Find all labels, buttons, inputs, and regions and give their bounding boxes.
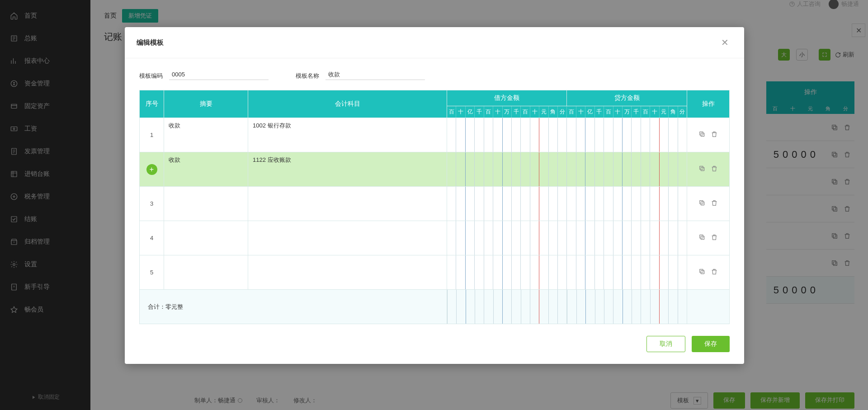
account-cell[interactable]: 1002 银行存款 bbox=[248, 118, 447, 152]
table-row[interactable]: 1收款1002 银行存款 bbox=[140, 118, 730, 152]
amount-digit-cell[interactable] bbox=[623, 221, 632, 255]
amount-digit-cell[interactable] bbox=[613, 118, 622, 152]
amount-digit-cell[interactable] bbox=[493, 221, 502, 255]
amount-digit-cell[interactable] bbox=[678, 152, 687, 187]
amount-digit-cell[interactable] bbox=[558, 187, 567, 221]
amount-digit-cell[interactable] bbox=[511, 118, 520, 152]
delete-icon[interactable] bbox=[711, 165, 718, 173]
amount-digit-cell[interactable] bbox=[613, 152, 622, 187]
amount-digit-cell[interactable] bbox=[669, 152, 678, 187]
amount-digit-cell[interactable] bbox=[447, 255, 456, 290]
amount-digit-cell[interactable] bbox=[650, 255, 659, 290]
amount-digit-cell[interactable] bbox=[530, 118, 539, 152]
amount-digit-cell[interactable] bbox=[465, 118, 474, 152]
amount-digit-cell[interactable] bbox=[669, 255, 678, 290]
amount-digit-cell[interactable] bbox=[465, 187, 474, 221]
amount-digit-cell[interactable] bbox=[521, 152, 530, 187]
amount-digit-cell[interactable] bbox=[650, 187, 659, 221]
amount-digit-cell[interactable] bbox=[558, 255, 567, 290]
account-cell[interactable]: 1122 应收账款 bbox=[248, 152, 447, 187]
amount-digit-cell[interactable] bbox=[669, 187, 678, 221]
summary-cell[interactable] bbox=[164, 187, 248, 221]
amount-digit-cell[interactable] bbox=[475, 152, 484, 187]
account-cell[interactable] bbox=[248, 255, 447, 290]
amount-digit-cell[interactable] bbox=[475, 118, 484, 152]
amount-digit-cell[interactable] bbox=[632, 152, 641, 187]
amount-digit-cell[interactable] bbox=[548, 255, 557, 290]
amount-digit-cell[interactable] bbox=[567, 118, 576, 152]
amount-digit-cell[interactable] bbox=[641, 221, 650, 255]
amount-digit-cell[interactable] bbox=[558, 118, 567, 152]
summary-cell[interactable]: 收款 bbox=[164, 152, 248, 187]
amount-digit-cell[interactable] bbox=[678, 221, 687, 255]
amount-digit-cell[interactable] bbox=[456, 152, 465, 187]
amount-digit-cell[interactable] bbox=[465, 221, 474, 255]
amount-digit-cell[interactable] bbox=[576, 152, 585, 187]
amount-digit-cell[interactable] bbox=[493, 187, 502, 221]
amount-digit-cell[interactable] bbox=[465, 152, 474, 187]
amount-digit-cell[interactable] bbox=[484, 187, 493, 221]
amount-digit-cell[interactable] bbox=[594, 118, 604, 152]
amount-digit-cell[interactable] bbox=[632, 255, 641, 290]
table-row[interactable]: 3 bbox=[140, 187, 730, 221]
add-row-button[interactable]: + bbox=[146, 164, 157, 175]
amount-digit-cell[interactable] bbox=[585, 187, 594, 221]
amount-digit-cell[interactable] bbox=[678, 187, 687, 221]
amount-digit-cell[interactable] bbox=[475, 255, 484, 290]
amount-digit-cell[interactable] bbox=[678, 255, 687, 290]
amount-digit-cell[interactable] bbox=[585, 152, 594, 187]
amount-digit-cell[interactable] bbox=[511, 255, 520, 290]
amount-digit-cell[interactable] bbox=[502, 221, 511, 255]
amount-digit-cell[interactable] bbox=[521, 118, 530, 152]
amount-digit-cell[interactable] bbox=[521, 187, 530, 221]
amount-digit-cell[interactable] bbox=[484, 118, 493, 152]
amount-digit-cell[interactable] bbox=[659, 152, 668, 187]
amount-digit-cell[interactable] bbox=[511, 221, 520, 255]
amount-digit-cell[interactable] bbox=[659, 187, 668, 221]
amount-digit-cell[interactable] bbox=[585, 118, 594, 152]
amount-digit-cell[interactable] bbox=[659, 221, 668, 255]
summary-cell[interactable] bbox=[164, 255, 248, 290]
amount-digit-cell[interactable] bbox=[530, 152, 539, 187]
amount-digit-cell[interactable] bbox=[502, 255, 511, 290]
account-cell[interactable] bbox=[248, 221, 447, 255]
amount-digit-cell[interactable] bbox=[659, 255, 668, 290]
amount-digit-cell[interactable] bbox=[604, 221, 613, 255]
amount-digit-cell[interactable] bbox=[484, 152, 493, 187]
amount-digit-cell[interactable] bbox=[641, 255, 650, 290]
amount-digit-cell[interactable] bbox=[669, 221, 678, 255]
amount-digit-cell[interactable] bbox=[669, 118, 678, 152]
template-name-input[interactable] bbox=[326, 69, 425, 80]
summary-cell[interactable]: 收款 bbox=[164, 118, 248, 152]
amount-digit-cell[interactable] bbox=[613, 221, 622, 255]
copy-icon[interactable] bbox=[698, 165, 706, 173]
account-cell[interactable] bbox=[248, 187, 447, 221]
amount-digit-cell[interactable] bbox=[548, 118, 557, 152]
amount-digit-cell[interactable] bbox=[623, 152, 632, 187]
amount-digit-cell[interactable] bbox=[548, 221, 557, 255]
amount-digit-cell[interactable] bbox=[456, 255, 465, 290]
amount-digit-cell[interactable] bbox=[456, 118, 465, 152]
delete-icon[interactable] bbox=[711, 131, 718, 138]
amount-digit-cell[interactable] bbox=[594, 255, 604, 290]
copy-icon[interactable] bbox=[698, 234, 706, 241]
amount-digit-cell[interactable] bbox=[465, 255, 474, 290]
table-row[interactable]: +收款1122 应收账款 bbox=[140, 152, 730, 187]
amount-digit-cell[interactable] bbox=[502, 152, 511, 187]
amount-digit-cell[interactable] bbox=[539, 187, 548, 221]
amount-digit-cell[interactable] bbox=[632, 118, 641, 152]
amount-digit-cell[interactable] bbox=[623, 255, 632, 290]
amount-digit-cell[interactable] bbox=[641, 187, 650, 221]
amount-digit-cell[interactable] bbox=[558, 221, 567, 255]
copy-icon[interactable] bbox=[698, 268, 706, 276]
amount-digit-cell[interactable] bbox=[650, 152, 659, 187]
amount-digit-cell[interactable] bbox=[623, 187, 632, 221]
amount-digit-cell[interactable] bbox=[484, 255, 493, 290]
amount-digit-cell[interactable] bbox=[567, 152, 576, 187]
amount-digit-cell[interactable] bbox=[484, 221, 493, 255]
amount-digit-cell[interactable] bbox=[475, 221, 484, 255]
amount-digit-cell[interactable] bbox=[539, 221, 548, 255]
amount-digit-cell[interactable] bbox=[511, 152, 520, 187]
amount-digit-cell[interactable] bbox=[502, 118, 511, 152]
amount-digit-cell[interactable] bbox=[604, 255, 613, 290]
